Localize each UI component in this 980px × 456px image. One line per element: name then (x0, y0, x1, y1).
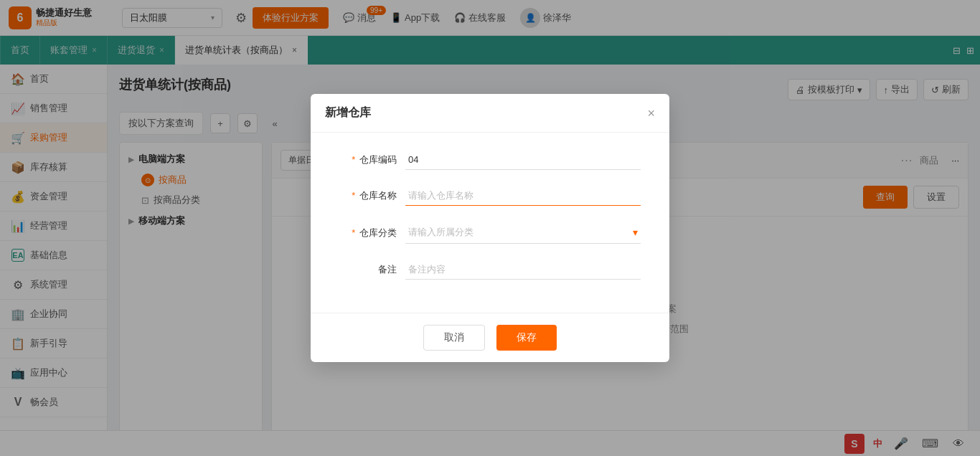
form-row-name: * 仓库名称 (339, 186, 641, 206)
category-placeholder: 请输入所属分类 (408, 226, 473, 239)
name-input[interactable] (405, 186, 641, 206)
cancel-button[interactable]: 取消 (423, 325, 485, 351)
required-star-category: * (352, 227, 355, 238)
category-select[interactable]: 请输入所属分类 ▾ (405, 222, 641, 244)
category-dropdown-icon: ▾ (633, 227, 638, 238)
modal-overlay[interactable]: 新增仓库 × * 仓库编码 * 仓库名称 (0, 0, 980, 456)
modal-title: 新增仓库 (325, 105, 371, 120)
code-input[interactable] (405, 150, 641, 170)
form-row-category: * 仓库分类 请输入所属分类 ▾ (339, 222, 641, 244)
modal-footer: 取消 保存 (311, 313, 669, 362)
note-input[interactable] (405, 260, 641, 280)
save-button[interactable]: 保存 (496, 325, 557, 351)
code-label: * 仓库编码 (339, 153, 397, 166)
modal-close-icon[interactable]: × (647, 107, 655, 120)
modal-body: * 仓库编码 * 仓库名称 * 仓库分类 请输入所属 (311, 133, 669, 313)
form-row-code: * 仓库编码 (339, 150, 641, 170)
modal-new-warehouse: 新增仓库 × * 仓库编码 * 仓库名称 (311, 94, 669, 362)
modal-header: 新增仓库 × (311, 94, 669, 133)
required-star-name: * (352, 190, 355, 201)
name-label: * 仓库名称 (339, 189, 397, 202)
note-label: 备注 (339, 263, 397, 276)
required-star-code: * (352, 154, 355, 165)
form-row-note: 备注 (339, 260, 641, 280)
category-label: * 仓库分类 (339, 227, 397, 239)
